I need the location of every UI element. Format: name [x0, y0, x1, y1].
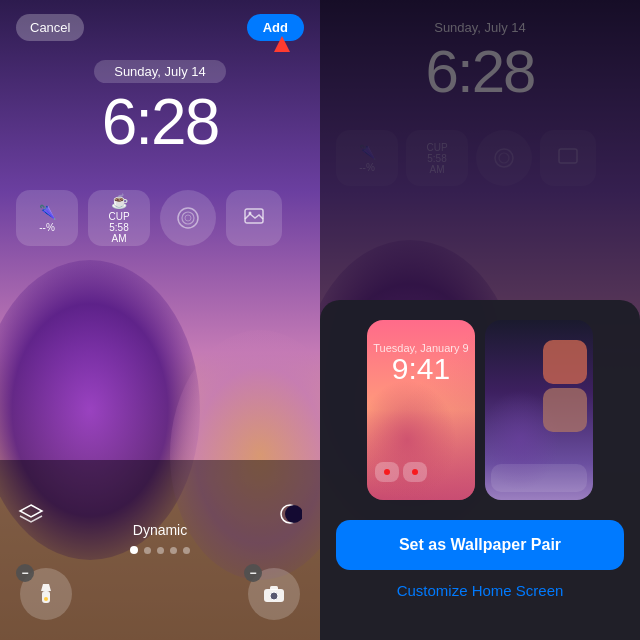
spiral-widget	[160, 190, 216, 246]
arrow-indicator	[274, 36, 290, 52]
wallpaper-pair-preview: Tuesday, January 9 9:41	[336, 320, 624, 500]
left-date: Sunday, July 14	[94, 60, 226, 83]
home-widget-2	[543, 388, 587, 432]
svg-point-0	[178, 208, 198, 228]
coffee-icon: ☕	[111, 193, 128, 209]
svg-point-4	[249, 212, 252, 215]
minus-badge-flashlight: −	[16, 564, 34, 582]
photo-widget	[226, 190, 282, 246]
svg-point-10	[270, 592, 278, 600]
lock-preview-widgets	[375, 462, 467, 482]
rain-percent: --%	[39, 222, 55, 233]
arrow-up-icon	[274, 36, 290, 52]
svg-point-8	[44, 597, 48, 601]
home-screen-preview[interactable]	[485, 320, 593, 500]
left-widgets-row: 🌂 --% ☕ CUP 5:58 AM	[16, 190, 304, 246]
coffee-time: 5:58	[109, 222, 128, 233]
left-top-bar: Cancel Add	[0, 14, 320, 41]
left-time: 6:28	[102, 87, 219, 157]
left-panel: Cancel Add Sunday, July 14 6:28 🌂 --% ☕ …	[0, 0, 320, 640]
cancel-button[interactable]: Cancel	[16, 14, 84, 41]
rain-icon: 🌂	[39, 204, 56, 220]
red-dot-1	[384, 469, 390, 475]
wallpaper-style-label: Dynamic	[133, 522, 187, 538]
customize-home-screen-button[interactable]: Customize Home Screen	[397, 582, 564, 599]
svg-point-1	[182, 212, 194, 224]
set-wallpaper-pair-button[interactable]: Set as Wallpaper Pair	[336, 520, 624, 570]
svg-rect-11	[270, 586, 278, 590]
home-dock	[491, 464, 587, 492]
red-dot-2	[412, 469, 418, 475]
svg-point-2	[185, 215, 191, 221]
home-widgets	[543, 340, 587, 432]
lock-screen-preview[interactable]: Tuesday, January 9 9:41	[367, 320, 475, 500]
dot-5[interactable]	[183, 547, 190, 554]
svg-point-6	[285, 505, 302, 523]
minus-badge-camera: −	[244, 564, 262, 582]
style-dots	[130, 546, 190, 554]
mini-widget-1	[375, 462, 399, 482]
home-widget-1	[543, 340, 587, 384]
bottom-icons: − −	[0, 568, 320, 620]
camera-button[interactable]: −	[248, 568, 300, 620]
coffee-label: CUP	[108, 211, 129, 222]
left-date-time: Sunday, July 14 6:28	[0, 60, 320, 157]
layers-button[interactable]	[18, 503, 44, 530]
appearance-button[interactable]	[278, 502, 302, 530]
flashlight-button[interactable]: −	[20, 568, 72, 620]
dot-3[interactable]	[157, 547, 164, 554]
weather-widget: 🌂 --%	[16, 190, 78, 246]
dot-2[interactable]	[144, 547, 151, 554]
wallpaper-bottom-sheet: Tuesday, January 9 9:41	[320, 300, 640, 640]
coffee-am: AM	[112, 233, 127, 244]
mini-widget-2	[403, 462, 427, 482]
preview-lock-time: 9:41	[367, 352, 475, 386]
left-bottom-area: Dynamic − −	[0, 460, 320, 640]
coffee-widget: ☕ CUP 5:58 AM	[88, 190, 150, 246]
right-panel: Sunday, July 14 6:28 🌂 --% CUP 5:58 AM	[320, 0, 640, 640]
dot-1[interactable]	[130, 546, 138, 554]
dot-4[interactable]	[170, 547, 177, 554]
